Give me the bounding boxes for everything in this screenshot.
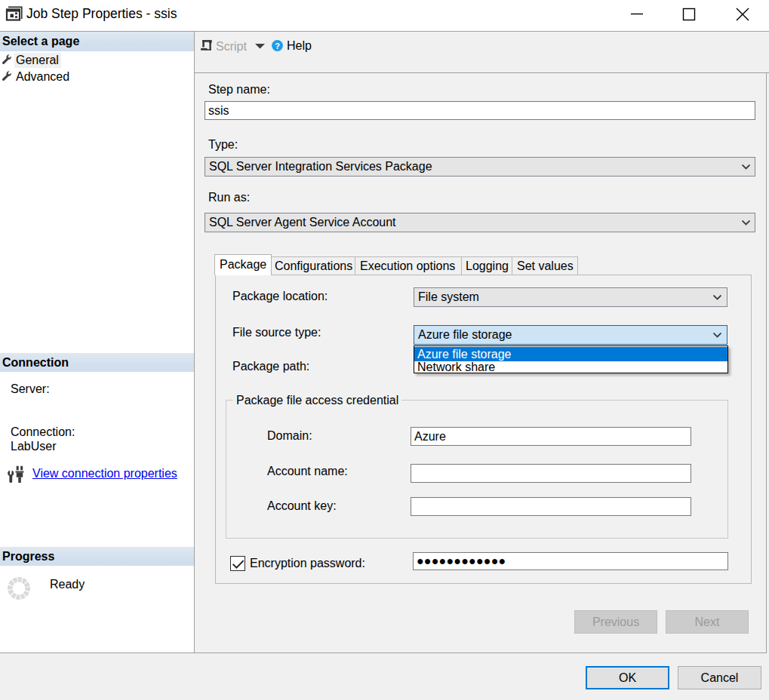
svg-text:?: ? [275, 41, 280, 51]
